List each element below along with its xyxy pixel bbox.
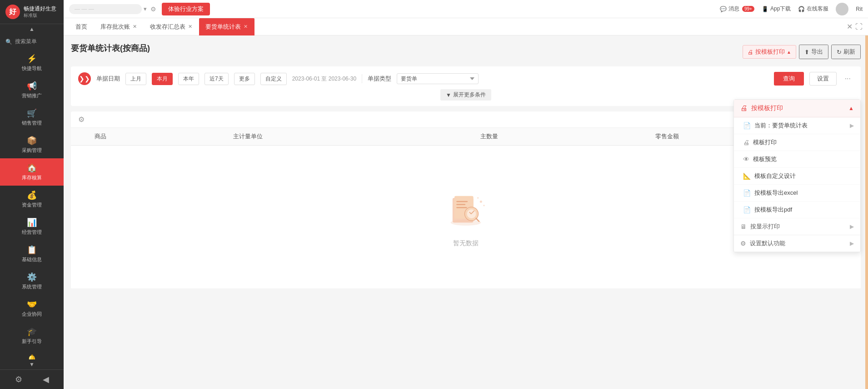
app-download-icon: 📱 xyxy=(762,6,768,12)
settings-button[interactable]: 设置 xyxy=(809,72,837,86)
sidebar-item-sales[interactable]: 🛒 销售管理 xyxy=(0,104,64,131)
dropdown-header-text: 按模板打印 xyxy=(751,104,848,112)
date-btn-this-year[interactable]: 本年 xyxy=(178,73,199,85)
user-avatar[interactable] xyxy=(836,3,848,15)
inventory-icon: 🏠 xyxy=(27,163,37,173)
app-logo-text: 畅捷通好生意 标准版 xyxy=(24,5,56,19)
resize-handle[interactable] xyxy=(865,35,868,389)
tab-home[interactable]: 首页 xyxy=(69,18,94,35)
topbar-right: 💬 消息 99+ 📱 App下载 🎧 在线客服 Rit xyxy=(720,3,863,15)
app-center-icon: 🔔 xyxy=(27,354,37,359)
finance-icon: 💰 xyxy=(27,190,37,200)
template-export-pdf-icon: 📄 xyxy=(743,206,751,213)
app-download-button[interactable]: 📱 App下载 xyxy=(762,5,791,13)
page-title: 要货单统计表(按商品) xyxy=(71,43,150,54)
sidebar: 好 畅捷通好生意 标准版 ▲ 🔍 搜索菜单 ⚡ 快捷导航 📢 营销推广 🛒 销售… xyxy=(0,0,64,389)
more-options-icon[interactable]: ··· xyxy=(842,75,853,83)
dropdown-header[interactable]: 🖨 按模板打印 ▲ xyxy=(734,100,860,117)
current-template-icon: 📄 xyxy=(743,122,751,129)
print-button[interactable]: 🖨 按模板打印 ▲ xyxy=(743,45,796,59)
set-default-arrow-icon: ▶ xyxy=(850,240,854,247)
export-icon: ⬆ xyxy=(804,49,809,56)
tabs-bar: 首页 库存批次账 ✕ 收发存汇总表 ✕ 要货单统计表 ✕ ✕ ⛶ xyxy=(64,18,868,35)
sidebar-item-newbie[interactable]: 🎓 新手引导 xyxy=(0,322,64,349)
dropdown-template-export-excel[interactable]: 📄 按模板导出excel xyxy=(734,185,860,202)
topbar-gear-icon[interactable]: ⚙ xyxy=(150,5,156,13)
date-btn-more[interactable]: 更多 xyxy=(234,73,255,85)
template-custom-icon: 📐 xyxy=(743,172,751,180)
dropdown-template-export-pdf[interactable]: 📄 按模板导出pdf xyxy=(734,202,860,218)
sidebar-bottom: ⚙ ◀ xyxy=(0,369,64,389)
sidebar-scroll-down[interactable]: ▼ xyxy=(0,359,64,369)
query-button[interactable]: 查询 xyxy=(774,72,804,86)
date-btn-this-month[interactable]: 本月 xyxy=(152,73,173,85)
date-btn-last-month[interactable]: 上月 xyxy=(125,73,146,85)
main-area: — — — ▾ ⚙ 体验行业方案 💬 消息 99+ 📱 App下载 🎧 在线客服… xyxy=(64,0,868,389)
sidebar-item-finance[interactable]: 💰 资金管理 xyxy=(0,186,64,213)
tab-collection-summary[interactable]: 收发存汇总表 ✕ xyxy=(144,18,199,35)
topbar-search-box: — — — xyxy=(69,4,142,14)
template-preview-icon: 👁 xyxy=(743,156,749,163)
topbar-dropdown-icon[interactable]: ▾ xyxy=(144,5,147,12)
dropdown-current-template[interactable]: 📄 当前：要货单统计表 ▶ xyxy=(734,117,860,134)
sidebar-item-basic-info[interactable]: 📋 基础信息 xyxy=(0,240,64,268)
tab-collection-summary-close[interactable]: ✕ xyxy=(188,24,192,30)
sidebar-item-app-center[interactable]: 🔔 应用中心 xyxy=(0,349,64,359)
tabs-close-all-icon[interactable]: ✕ xyxy=(847,22,853,31)
set-default-icon: ⚙ xyxy=(740,240,746,247)
col-quantity: 主数量 xyxy=(475,128,650,146)
dropdown-set-default[interactable]: ⚙ 设置默认功能 ▶ xyxy=(734,235,860,252)
sidebar-item-quick-nav[interactable]: ⚡ 快捷导航 xyxy=(0,49,64,76)
sidebar-item-collab[interactable]: 🤝 企业协同 xyxy=(0,295,64,322)
filter-expand-button[interactable]: ❯❯ xyxy=(78,72,91,85)
col-checkbox xyxy=(71,128,89,146)
message-icon: 💬 xyxy=(720,6,727,12)
sidebar-item-marketing[interactable]: 📢 营销推广 xyxy=(0,76,64,104)
chevron-down-icon: ▼ xyxy=(446,92,451,98)
svg-point-11 xyxy=(483,205,484,206)
tab-batch-account[interactable]: 库存批次账 ✕ xyxy=(94,18,144,35)
operations-icon: 📊 xyxy=(27,217,37,227)
dropdown-template-preview[interactable]: 👁 模板预览 xyxy=(734,151,860,168)
page-content: 要货单统计表(按商品) 🖨 按模板打印 ▲ ⬆ 导出 ↻ 刷新 xyxy=(64,35,868,389)
headset-icon: 🎧 xyxy=(798,6,805,12)
sidebar-item-system[interactable]: ⚙️ 系统管理 xyxy=(0,268,64,295)
collapse-icon[interactable]: ◀ xyxy=(43,374,49,384)
tab-order-stats-close[interactable]: ✕ xyxy=(244,24,248,30)
table-settings-icon[interactable]: ⚙ xyxy=(78,115,85,124)
sidebar-search[interactable]: 🔍 搜索菜单 xyxy=(0,34,64,49)
marketing-icon: 📢 xyxy=(27,81,37,91)
dropdown-template-custom[interactable]: 📐 模板自定义设计 xyxy=(734,168,860,185)
quick-nav-icon: ⚡ xyxy=(27,54,37,64)
sidebar-item-purchase[interactable]: 📦 采购管理 xyxy=(0,131,64,158)
export-button[interactable]: ⬆ 导出 xyxy=(799,45,828,59)
message-badge: 99+ xyxy=(742,6,754,12)
printer-icon: 🖨 xyxy=(748,49,753,56)
tab-order-stats[interactable]: 要货单统计表 ✕ xyxy=(199,18,254,35)
tabs-maximize-icon[interactable]: ⛶ xyxy=(855,23,863,31)
sidebar-nav: ⚡ 快捷导航 📢 营销推广 🛒 销售管理 📦 采购管理 🏠 库存核算 💰 资金管… xyxy=(0,49,64,359)
expand-more-button[interactable]: ▼ 展开更多条件 xyxy=(440,89,491,101)
search-icon: 🔍 xyxy=(5,39,12,45)
sales-icon: 🛒 xyxy=(27,108,37,118)
sidebar-item-inventory[interactable]: 🏠 库存核算 xyxy=(0,158,64,186)
sidebar-item-operations[interactable]: 📊 经营管理 xyxy=(0,213,64,240)
trial-button[interactable]: 体验行业方案 xyxy=(162,3,210,15)
tab-batch-account-close[interactable]: ✕ xyxy=(133,24,137,30)
col-unit: 主计量单位 xyxy=(228,128,475,146)
purchase-icon: 📦 xyxy=(27,136,37,146)
settings-icon[interactable]: ⚙ xyxy=(15,374,22,384)
date-btn-7days[interactable]: 近7天 xyxy=(205,73,229,85)
print-arrow-icon: ▲ xyxy=(787,50,791,55)
sidebar-scroll-up[interactable]: ▲ xyxy=(0,24,64,34)
date-range-display: 2023-06-01 至 2023-06-30 xyxy=(292,75,356,83)
message-button[interactable]: 💬 消息 99+ xyxy=(720,5,754,13)
sidebar-logo: 好 畅捷通好生意 标准版 xyxy=(0,0,64,24)
dropdown-display-print[interactable]: 🖥 按显示打印 ▶ xyxy=(734,218,860,235)
refresh-button[interactable]: ↻ 刷新 xyxy=(831,45,861,59)
online-service-button[interactable]: 🎧 在线客服 xyxy=(798,5,828,13)
template-export-excel-icon: 📄 xyxy=(743,189,751,197)
dropdown-template-print[interactable]: 🖨 模板打印 xyxy=(734,134,860,151)
date-btn-custom[interactable]: 自定义 xyxy=(260,73,287,85)
type-filter-select[interactable]: 要货单 xyxy=(397,73,479,84)
